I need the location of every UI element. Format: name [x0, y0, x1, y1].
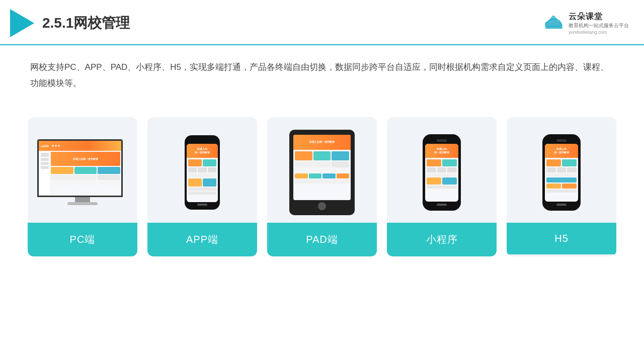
card-pad-image: 职通人的第一堂判断课: [267, 117, 377, 223]
logo-triangle-icon: [10, 9, 34, 37]
card-app-label: APP端: [147, 223, 257, 256]
header-left: 2.5.1网校管理: [10, 9, 130, 37]
brand-logo: 云朵课堂 教育机构一站式服务云平台 yunduoketang.com: [541, 11, 629, 36]
description-text: 网校支持PC、APP、PAD、小程序、H5，实现多端打通，产品各终端自由切换，数…: [30, 62, 609, 88]
card-h5-image: 职通人的第一堂判断课: [507, 117, 616, 223]
pc-monitor-icon: 云朵课堂: [37, 139, 128, 205]
card-pad: 职通人的第一堂判断课: [267, 117, 377, 256]
card-pc: 云朵课堂: [28, 117, 137, 256]
card-miniprogram-label: 小程序: [387, 223, 497, 256]
app-phone-icon: 职通人的第一堂判断课: [185, 135, 220, 210]
pad-tablet-icon: 职通人的第一堂判断课: [289, 130, 355, 215]
page-title: 2.5.1网校管理: [42, 14, 130, 33]
brand-text: 云朵课堂 教育机构一站式服务云平台 yunduoketang.com: [569, 11, 629, 36]
description: 网校支持PC、APP、PAD、小程序、H5，实现多端打通，产品各终端自由切换，数…: [0, 45, 644, 92]
cards-container: 云朵课堂: [0, 97, 644, 256]
h5-phone-icon: 职通人的第一堂判断课: [542, 134, 581, 211]
card-miniprogram-image: 职通人的第一堂判断课: [387, 117, 497, 223]
card-app: 职通人的第一堂判断课: [147, 117, 257, 256]
cloud-icon: [541, 15, 566, 31]
card-miniprogram: 职通人的第一堂判断课: [387, 117, 497, 256]
brand-slogan: 教育机构一站式服务云平台: [569, 22, 629, 29]
header: 2.5.1网校管理 云朵课堂 教育机构一站式服务云平台 yunduoketang…: [0, 0, 644, 45]
card-pc-image: 云朵课堂: [28, 117, 137, 223]
card-h5: 职通人的第一堂判断课: [507, 117, 616, 256]
brand-url: yunduoketang.com: [569, 29, 607, 36]
miniprogram-phone-icon: 职通人的第一堂判断课: [423, 134, 461, 211]
card-h5-label: H5: [507, 223, 616, 254]
card-pc-label: PC端: [28, 223, 137, 256]
card-pad-label: PAD端: [267, 223, 377, 256]
card-app-image: 职通人的第一堂判断课: [147, 117, 257, 223]
brand-name: 云朵课堂: [569, 11, 603, 22]
header-right: 云朵课堂 教育机构一站式服务云平台 yunduoketang.com: [541, 11, 629, 36]
